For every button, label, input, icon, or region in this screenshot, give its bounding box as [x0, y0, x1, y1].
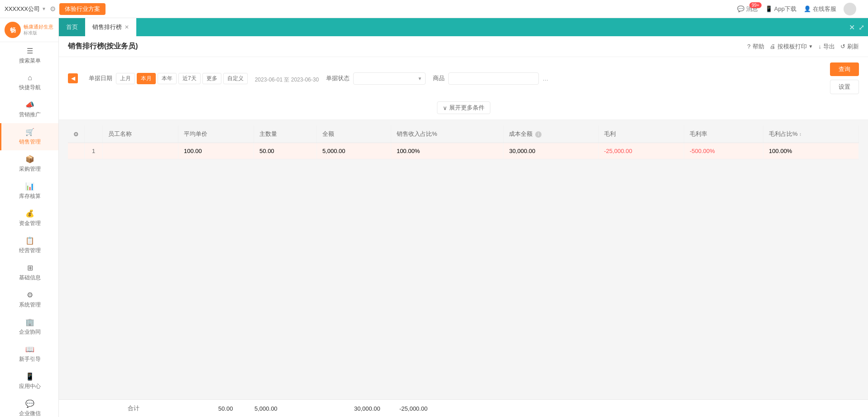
footer-amount: 5,000.00	[249, 405, 294, 412]
filter-toggle-button[interactable]: ◀	[68, 73, 78, 83]
print-icon: 🖨	[770, 43, 776, 50]
table-footer: 合计 50.00 5,000.00 30,000.00 -25,000.00	[59, 399, 868, 417]
date-btn-this-year[interactable]: 本年	[158, 73, 177, 84]
date-btn-more[interactable]: 更多	[202, 73, 221, 84]
sidebar-item-system[interactable]: ⚙ 系统管理	[0, 286, 58, 313]
sidebar-item-guide[interactable]: 📖 新手引导	[0, 340, 58, 368]
expand-conditions-button[interactable]: ∨ 展开更多条件	[437, 101, 490, 114]
tab-bar: 首页 销售排行榜 ✕ ✕ ⤢	[59, 18, 868, 36]
tab-maximize-icon[interactable]: ⤢	[858, 23, 864, 32]
sidebar-item-wechat[interactable]: 💬 企业微信	[0, 395, 58, 417]
avatar[interactable]	[844, 3, 856, 15]
sidebar-item-inventory[interactable]: 📊 库存核算	[0, 177, 58, 205]
th-amount: 全额	[317, 125, 391, 143]
tab-close-window-icon[interactable]: ✕	[849, 23, 855, 32]
sidebar-item-basic[interactable]: ⊞ 基础信息	[0, 259, 58, 286]
help-button[interactable]: ? 帮助	[747, 43, 764, 51]
column-settings-icon[interactable]: ⚙	[73, 131, 79, 138]
goods-label: 商品	[433, 74, 445, 82]
sidebar-item-sales[interactable]: 🛒 销售管理	[0, 123, 58, 150]
date-btn-7days[interactable]: 近7天	[178, 73, 201, 84]
app-download-label: App下载	[774, 5, 796, 13]
operations-icon: 📋	[25, 236, 34, 245]
sidebar-item-enterprise[interactable]: 🏢 企业协同	[0, 313, 58, 340]
sidebar-item-appstore[interactable]: 📱 应用中心	[0, 368, 58, 395]
refresh-button[interactable]: ↺ 刷新	[840, 43, 859, 51]
purchase-icon: 📦	[25, 155, 34, 163]
td-cost: 30,000.00	[504, 143, 599, 159]
sidebar-label-sales: 销售管理	[19, 138, 41, 146]
sidebar-label-purchase: 采购管理	[19, 165, 41, 173]
guide-icon: 📖	[25, 345, 34, 354]
sidebar-item-search[interactable]: ☰ 搜索菜单	[0, 42, 58, 69]
date-btn-last-month[interactable]: 上月	[116, 73, 135, 84]
table-body: 1 100.00 50.00	[68, 143, 859, 159]
online-service-button[interactable]: 👤 在线客服	[804, 5, 836, 13]
logo-badge: 标准版	[24, 30, 53, 36]
query-button[interactable]: 查询	[830, 62, 859, 76]
filter-collapse: ∨ 展开更多条件	[68, 98, 859, 114]
date-btn-custom[interactable]: 自定义	[223, 73, 248, 84]
td-sales-ratio: 100.00%	[391, 143, 504, 159]
sidebar-item-operations[interactable]: 📋 经营管理	[0, 232, 58, 259]
trial-button[interactable]: 体验行业方案	[59, 3, 106, 15]
td-gross-rate: -500.00%	[684, 143, 763, 159]
tab-home[interactable]: 首页	[59, 18, 85, 36]
table-header-row: ⚙ 员工名称 平均单价 主数量	[68, 125, 859, 143]
app-download-button[interactable]: 📱 App下载	[765, 5, 796, 13]
tab-sales-rank[interactable]: 销售排行榜 ✕	[85, 18, 136, 36]
goods-more-icon[interactable]: …	[542, 75, 548, 82]
export-button[interactable]: ↓ 导出	[819, 43, 835, 51]
refresh-label: 刷新	[847, 43, 859, 51]
th-gross-ratio: 毛利占比% ↕	[763, 125, 859, 143]
th-cost: 成本全额 i	[504, 125, 599, 143]
td-amount: 5,000.00	[317, 143, 391, 159]
sidebar-label-operations: 经营管理	[19, 247, 41, 254]
td-avg-price: 100.00	[178, 143, 254, 159]
footer-row: 合计 50.00 5,000.00 30,000.00 -25,000.00	[68, 404, 859, 412]
footer-total-label: 合计	[122, 404, 177, 412]
service-icon: 👤	[804, 5, 811, 12]
company-settings-icon[interactable]: ⚙	[50, 5, 56, 13]
expand-icon: ∨	[443, 105, 447, 111]
settings-button[interactable]: 设置	[830, 80, 859, 94]
sidebar-item-marketing[interactable]: 📣 营销推广	[0, 96, 58, 123]
sidebar-item-purchase[interactable]: 📦 采购管理	[0, 150, 58, 177]
sidebar-label-guide: 新手引导	[19, 355, 41, 363]
sidebar-item-finance[interactable]: 💰 资金管理	[0, 205, 58, 232]
print-button[interactable]: 🖨 按模板打印 ▼	[770, 43, 813, 51]
sidebar-label-system: 系统管理	[19, 301, 41, 309]
th-name: 员工名称	[103, 125, 178, 143]
company-selector[interactable]: XXXXXX公司 ▼	[5, 5, 46, 13]
basic-icon: ⊞	[27, 264, 33, 272]
tab-close-icon[interactable]: ✕	[125, 24, 129, 30]
sidebar-item-shortcuts[interactable]: ⌂ 快捷导航	[0, 69, 58, 96]
goods-input[interactable]	[448, 72, 539, 85]
date-btn-this-month[interactable]: 本月	[137, 73, 156, 84]
sidebar-label-marketing: 营销推广	[19, 111, 41, 119]
td-settings	[68, 143, 85, 159]
footer-quantity: 50.00	[213, 405, 249, 412]
appstore-icon: 📱	[25, 372, 34, 381]
sidebar: 畅 畅康通好生意 标准版 ☰ 搜索菜单 ⌂ 快捷导航 📣 营销推广 🛒 销售管理…	[0, 18, 59, 417]
filter-goods: 商品 …	[433, 72, 548, 85]
date-toggle-group: 上月 本月 本年 近7天 更多 自定义	[116, 73, 248, 84]
cost-info-icon[interactable]: i	[535, 131, 542, 138]
gross-ratio-sort-icon[interactable]: ↕	[799, 132, 801, 137]
filter-area: ◀ 单据日期 上月 本月 本年 近7天 更多 自定义	[59, 57, 868, 120]
sidebar-label-finance: 资金管理	[19, 220, 41, 227]
th-gross-rate: 毛利率	[684, 125, 763, 143]
filter-status: 单据状态	[326, 72, 426, 85]
logo-text: 畅康通好生意	[24, 24, 53, 30]
online-service-label: 在线客服	[813, 5, 836, 13]
finance-icon: 💰	[25, 209, 34, 218]
expand-label: 展开更多条件	[449, 104, 484, 112]
status-select[interactable]	[353, 72, 426, 85]
main-layout: 畅 畅康通好生意 标准版 ☰ 搜索菜单 ⌂ 快捷导航 📣 营销推广 🛒 销售管理…	[0, 18, 868, 417]
td-gross: -25,000.00	[599, 143, 684, 159]
page-title: 销售排行榜(按业务员)	[68, 42, 138, 51]
messages-button[interactable]: 💬 消息 99+	[737, 5, 758, 13]
action-buttons: 查询 设置	[830, 62, 859, 94]
sidebar-label-enterprise: 企业协同	[19, 328, 41, 336]
top-bar: XXXXXX公司 ▼ ⚙ 体验行业方案 💬 消息 99+ 📱 App下载 👤 在…	[0, 0, 868, 18]
